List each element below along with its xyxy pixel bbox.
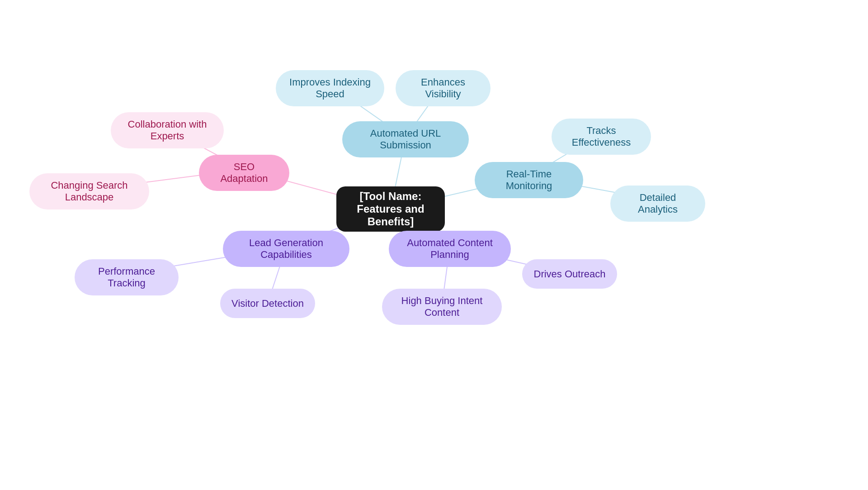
enhances-visibility-node: Enhances Visibility: [396, 70, 491, 106]
high-buying-intent-content-node: High Buying Intent Content: [382, 289, 502, 325]
tracks-effectiveness-node: Tracks Effectiveness: [552, 119, 651, 155]
changing-search-landscape-node: Changing Search Landscape: [29, 173, 149, 209]
improves-indexing-speed-node: Improves Indexing Speed: [276, 70, 384, 106]
detailed-analytics-node: Detailed Analytics: [610, 186, 705, 222]
visitor-detection-node: Visitor Detection: [220, 289, 315, 318]
lead-generation-capabilities-node: Lead Generation Capabilities: [223, 231, 349, 267]
center-node: [Tool Name: Features and Benefits]: [336, 186, 445, 232]
mindmap-container: [Tool Name: Features and Benefits]Automa…: [0, 0, 868, 490]
drives-outreach-node: Drives Outreach: [522, 259, 617, 289]
real-time-monitoring-node: Real-Time Monitoring: [475, 162, 583, 198]
seo-adaptation-node: SEO Adaptation: [199, 155, 289, 191]
collaboration-with-experts-node: Collaboration with Experts: [111, 112, 224, 148]
automated-url-submission-node: Automated URL Submission: [342, 121, 469, 157]
automated-content-planning-node: Automated Content Planning: [389, 231, 511, 267]
performance-tracking-node: Performance Tracking: [75, 259, 179, 295]
